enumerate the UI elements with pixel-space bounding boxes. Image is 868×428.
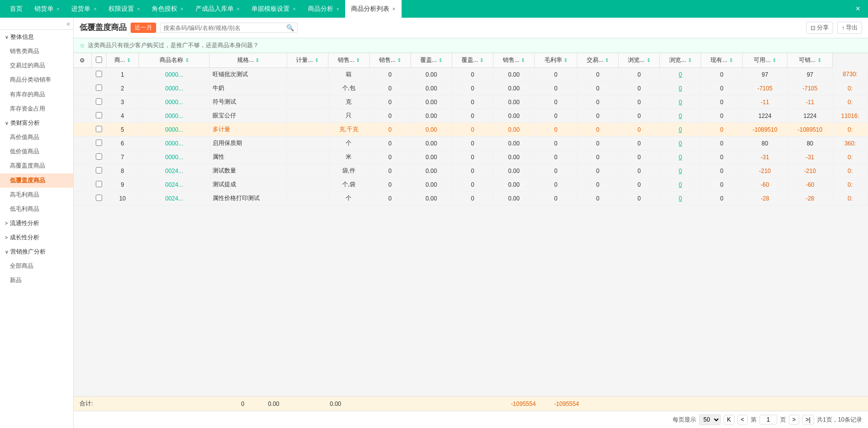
sidebar-group-growth[interactable]: > 成长性分析 — [0, 230, 73, 245]
cell-browse1[interactable]: 0 — [660, 164, 701, 178]
row-checkbox[interactable] — [96, 195, 102, 201]
cell-checkbox[interactable] — [91, 95, 106, 109]
col-browse2-sort[interactable]: ⇕ — [688, 57, 692, 63]
cell-browse1[interactable]: 0 — [660, 137, 701, 150]
col-sales-days-sort[interactable]: ⇕ — [521, 57, 525, 63]
cell-checkbox[interactable] — [91, 150, 106, 164]
cell-checkbox[interactable] — [91, 164, 106, 178]
sidebar-item-traded-products[interactable]: 交易过的商品 — [0, 58, 73, 73]
browse1-link[interactable]: 0 — [679, 113, 682, 119]
sidebar-group-amount[interactable]: ∨ 类财富分析 — [0, 116, 73, 130]
sidebar-group-marketing[interactable]: ∨ 营销推广分析 — [0, 245, 73, 259]
nav-analysis-list-close[interactable]: × — [392, 6, 395, 12]
cell-checkbox[interactable] — [91, 68, 106, 82]
sidebar-item-low-profit[interactable]: 低毛利商品 — [0, 202, 73, 216]
date-filter-btn[interactable]: 近一月 — [131, 23, 156, 33]
sidebar-item-high-profit[interactable]: 高毛利商品 — [0, 188, 73, 202]
page-input[interactable] — [760, 415, 777, 425]
sidebar-item-sales-products[interactable]: 销售类商品 — [0, 44, 73, 58]
row-checkbox[interactable] — [96, 85, 102, 91]
nav-role-auth-close[interactable]: × — [180, 6, 183, 12]
col-available-stock-sort[interactable]: ⇕ — [772, 57, 776, 63]
cell-checkbox[interactable] — [91, 178, 106, 192]
col-sales-amt-sort[interactable]: ⇕ — [397, 57, 401, 63]
table-container[interactable]: ⚙ 商... ⇕ 商品名称 ⇕ — [74, 53, 868, 396]
cell-browse1[interactable]: 0 — [660, 109, 701, 123]
browse1-link[interactable]: 0 — [679, 168, 682, 174]
first-page-btn[interactable]: K — [724, 415, 734, 425]
col-gross-rate-sort[interactable]: ⇕ — [564, 57, 568, 63]
sidebar-item-low-value[interactable]: 低价值商品 — [0, 144, 73, 159]
row-checkbox[interactable] — [96, 140, 102, 146]
col-code-sort[interactable]: ⇕ — [127, 57, 131, 63]
browse1-link[interactable]: 0 — [679, 71, 682, 78]
browse1-link[interactable]: 0 — [679, 195, 682, 202]
cell-checkbox[interactable] — [91, 109, 106, 123]
nav-product-entry-close[interactable]: × — [237, 6, 240, 12]
col-available2-sort[interactable]: ⇕ — [817, 57, 821, 63]
row-checkbox[interactable] — [96, 181, 102, 187]
col-checkbox[interactable] — [91, 53, 106, 68]
cell-checkbox[interactable] — [91, 137, 106, 150]
col-current-stock-sort[interactable]: ⇕ — [729, 57, 733, 63]
browse1-link[interactable]: 0 — [679, 154, 682, 161]
browse1-link[interactable]: 0 — [679, 85, 682, 92]
sidebar-group-overall[interactable]: ∨ 整体信息 — [0, 30, 73, 44]
last-page-btn[interactable]: >| — [802, 415, 814, 425]
nav-analysis-list[interactable]: 商品分析列表 × — [345, 0, 401, 18]
sidebar-item-high-coverage[interactable]: 高覆盖度商品 — [0, 159, 73, 173]
nav-template[interactable]: 单据模板设置 × — [245, 0, 301, 18]
sidebar-item-capital-ratio[interactable]: 库存资金占用 — [0, 102, 73, 116]
cell-browse1[interactable]: 0 — [660, 178, 701, 192]
next-page-btn[interactable]: > — [789, 415, 799, 425]
nav-purchase[interactable]: 进货单 × — [65, 0, 102, 18]
cell-browse1[interactable]: 0 — [660, 192, 701, 205]
cell-browse1[interactable]: 0 — [660, 95, 701, 109]
browse1-link[interactable]: 0 — [679, 99, 682, 106]
sidebar-item-low-coverage[interactable]: 低覆盖度商品 — [0, 173, 73, 188]
col-browse1-sort[interactable]: ⇕ — [647, 57, 651, 63]
row-checkbox[interactable] — [96, 153, 102, 160]
export-button[interactable]: ↑ 导出 — [837, 22, 862, 34]
cell-checkbox[interactable] — [91, 82, 106, 95]
cell-browse1[interactable]: 0 — [660, 82, 701, 95]
row-checkbox[interactable] — [96, 126, 102, 132]
browse1-link[interactable]: 0 — [679, 140, 682, 147]
col-cov2-sort[interactable]: ⇕ — [480, 57, 484, 63]
sidebar-item-new-products[interactable]: 新品 — [0, 273, 73, 287]
cell-browse1[interactable]: 0 — [660, 150, 701, 164]
sidebar-item-turnover-rate[interactable]: 商品分类动销率 — [0, 73, 73, 87]
col-name-sort[interactable]: ⇕ — [185, 57, 189, 63]
prev-page-btn[interactable]: < — [737, 415, 748, 425]
col-trade-count-sort[interactable]: ⇕ — [605, 57, 609, 63]
cell-checkbox[interactable] — [91, 123, 106, 137]
cell-browse1[interactable]: 0 — [660, 123, 701, 137]
settings-icon[interactable]: ⚙ — [80, 57, 85, 64]
nav-permissions[interactable]: 权限设置 × — [103, 0, 146, 18]
browse1-link[interactable]: 0 — [679, 126, 682, 133]
nav-product-entry[interactable]: 产成品入库单 × — [190, 0, 245, 18]
share-button[interactable]: ⊡ 分享 — [806, 22, 833, 34]
col-cov1-sort[interactable]: ⇕ — [438, 57, 442, 63]
row-checkbox[interactable] — [96, 71, 102, 77]
select-all-checkbox[interactable] — [96, 57, 102, 63]
nav-template-close[interactable]: × — [293, 6, 296, 12]
cell-checkbox[interactable] — [91, 192, 106, 205]
col-spec-sort[interactable]: ⇕ — [255, 57, 259, 63]
nav-permissions-close[interactable]: × — [137, 6, 140, 12]
window-close-button[interactable]: × — [852, 4, 864, 13]
sidebar-collapse-btn[interactable]: « — [66, 20, 70, 28]
col-sales-qty-sort[interactable]: ⇕ — [356, 57, 360, 63]
sidebar-item-high-value[interactable]: 高价值商品 — [0, 130, 73, 144]
browse1-link[interactable]: 0 — [679, 181, 682, 188]
sidebar-item-all-products[interactable]: 全部商品 — [0, 259, 73, 273]
cell-browse1[interactable]: 0 — [660, 68, 701, 82]
row-checkbox[interactable] — [96, 98, 102, 105]
nav-home[interactable]: 首页 — [4, 0, 28, 18]
nav-analysis[interactable]: 商品分析 × — [302, 0, 345, 18]
nav-analysis-close[interactable]: × — [336, 6, 339, 12]
col-settings[interactable]: ⚙ — [74, 53, 91, 68]
nav-sales-close[interactable]: × — [56, 6, 59, 12]
row-checkbox[interactable] — [96, 167, 102, 173]
row-checkbox[interactable] — [96, 112, 102, 118]
